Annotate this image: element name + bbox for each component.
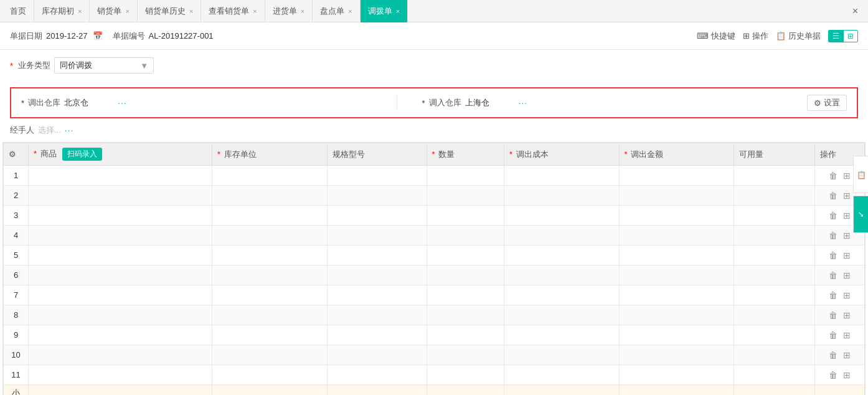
row-cost[interactable] — [504, 305, 619, 325]
row-product[interactable] — [29, 206, 212, 226]
side-export-button[interactable]: ↗ — [853, 196, 868, 233]
row-amount[interactable] — [619, 285, 734, 305]
tab-inventory[interactable]: 盘点单 × — [313, 0, 360, 22]
row-cost[interactable] — [504, 166, 619, 186]
row-spec[interactable] — [327, 166, 427, 186]
layout-btn-grid[interactable]: ⊞ — [844, 31, 857, 42]
table-row[interactable]: 4 🗑 ⊞ — [4, 226, 865, 245]
tab-sales-history[interactable]: 销货单历史 × — [138, 0, 201, 22]
row-qty[interactable] — [427, 206, 504, 226]
row-qty[interactable] — [427, 245, 504, 265]
history-action[interactable]: 📋 历史单据 — [776, 31, 821, 42]
row-amount[interactable] — [619, 226, 734, 245]
row-product[interactable] — [29, 325, 212, 345]
table-row[interactable]: 8 🗑 ⊞ — [4, 305, 865, 325]
row-product[interactable] — [29, 186, 212, 206]
copy-row-icon[interactable]: ⊞ — [843, 330, 851, 340]
table-settings-header[interactable]: ⚙ — [4, 143, 29, 166]
row-qty[interactable] — [427, 345, 504, 365]
copy-row-icon[interactable]: ⊞ — [843, 211, 851, 221]
layout-toggle[interactable]: ☰ ⊞ — [828, 30, 858, 42]
row-product[interactable] — [29, 285, 212, 305]
table-row[interactable]: 1 🗑 ⊞ — [4, 166, 865, 186]
table-row[interactable]: 7 🗑 ⊞ — [4, 285, 865, 305]
row-spec[interactable] — [327, 206, 427, 226]
table-row[interactable]: 6 🗑 ⊞ — [4, 265, 865, 285]
delete-row-icon[interactable]: 🗑 — [829, 211, 837, 221]
copy-row-icon[interactable]: ⊞ — [843, 270, 851, 280]
row-amount[interactable] — [619, 305, 734, 325]
row-available[interactable] — [734, 226, 815, 245]
row-available[interactable] — [734, 206, 815, 226]
tab-sales-order[interactable]: 销货单 × — [90, 0, 137, 22]
row-cost[interactable] — [504, 345, 619, 365]
row-unit[interactable] — [212, 325, 328, 345]
window-close-button[interactable]: × — [847, 6, 863, 17]
tab-stock-init-close[interactable]: × — [78, 7, 82, 15]
row-spec[interactable] — [327, 345, 427, 365]
row-amount[interactable] — [619, 325, 734, 345]
row-unit[interactable] — [212, 226, 328, 245]
row-qty[interactable] — [427, 226, 504, 245]
row-amount[interactable] — [619, 265, 734, 285]
copy-row-icon[interactable]: ⊞ — [843, 370, 851, 380]
row-spec[interactable] — [327, 285, 427, 305]
row-unit[interactable] — [212, 265, 328, 285]
row-unit[interactable] — [212, 166, 328, 186]
tab-stock-init[interactable]: 库存期初 × — [34, 0, 90, 22]
copy-row-icon[interactable]: ⊞ — [843, 250, 851, 260]
row-unit[interactable] — [212, 345, 328, 365]
row-unit[interactable] — [212, 186, 328, 206]
layout-btn-list[interactable]: ☰ — [829, 31, 844, 42]
table-row[interactable]: 3 🗑 ⊞ — [4, 206, 865, 226]
out-warehouse-more[interactable]: ··· — [118, 98, 127, 108]
row-spec[interactable] — [327, 245, 427, 265]
row-qty[interactable] — [427, 166, 504, 186]
copy-row-icon[interactable]: ⊞ — [843, 290, 851, 300]
shortcut-action[interactable]: ⌨ 快捷键 — [697, 31, 735, 42]
row-available[interactable] — [734, 186, 815, 206]
row-cost[interactable] — [504, 206, 619, 226]
row-unit[interactable] — [212, 305, 328, 325]
tab-transfer[interactable]: 调拨单 × — [361, 0, 408, 22]
copy-row-icon[interactable]: ⊞ — [843, 310, 851, 320]
in-warehouse-more[interactable]: ··· — [519, 98, 528, 108]
row-qty[interactable] — [427, 186, 504, 206]
row-cost[interactable] — [504, 245, 619, 265]
row-product[interactable] — [29, 226, 212, 245]
row-unit[interactable] — [212, 206, 328, 226]
row-amount[interactable] — [619, 206, 734, 226]
tab-transfer-close[interactable]: × — [396, 7, 400, 15]
row-product[interactable] — [29, 305, 212, 325]
row-unit[interactable] — [212, 285, 328, 305]
table-row[interactable]: 11 🗑 ⊞ — [4, 365, 865, 385]
delete-row-icon[interactable]: 🗑 — [829, 191, 837, 201]
row-spec[interactable] — [327, 265, 427, 285]
settings-button[interactable]: ⚙ 设置 — [807, 95, 847, 111]
row-available[interactable] — [734, 325, 815, 345]
row-spec[interactable] — [327, 226, 427, 245]
row-amount[interactable] — [619, 345, 734, 365]
delete-row-icon[interactable]: 🗑 — [829, 270, 837, 280]
delete-row-icon[interactable]: 🗑 — [829, 370, 837, 380]
delete-row-icon[interactable]: 🗑 — [829, 250, 837, 260]
copy-row-icon[interactable]: ⊞ — [843, 171, 851, 181]
row-unit[interactable] — [212, 245, 328, 265]
calendar-icon[interactable]: 📅 — [93, 31, 103, 40]
row-available[interactable] — [734, 245, 815, 265]
row-spec[interactable] — [327, 186, 427, 206]
row-amount[interactable] — [619, 186, 734, 206]
table-row[interactable]: 10 🗑 ⊞ — [4, 345, 865, 365]
tab-view-sales[interactable]: 查看销货单 × — [201, 0, 265, 22]
row-qty[interactable] — [427, 365, 504, 385]
row-amount[interactable] — [619, 365, 734, 385]
copy-row-icon[interactable]: ⊞ — [843, 191, 851, 201]
delete-row-icon[interactable]: 🗑 — [829, 310, 837, 320]
row-cost[interactable] — [504, 285, 619, 305]
business-type-select[interactable]: 同价调拨 ▼ — [54, 57, 154, 74]
row-cost[interactable] — [504, 365, 619, 385]
tab-sales-order-close[interactable]: × — [125, 7, 129, 15]
tab-view-sales-close[interactable]: × — [253, 7, 257, 15]
row-product[interactable] — [29, 265, 212, 285]
copy-row-icon[interactable]: ⊞ — [843, 231, 851, 240]
